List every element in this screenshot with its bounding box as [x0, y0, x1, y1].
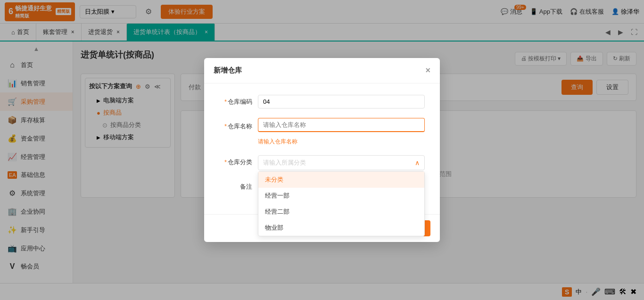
form-row-code: 仓库编码 [219, 95, 425, 108]
category-label: 仓库分类 [219, 155, 252, 167]
modal-close-btn[interactable]: × [425, 66, 430, 75]
note-label: 备注 [219, 180, 252, 191]
modal-header: 新增仓库 × [204, 58, 440, 83]
category-placeholder: 请输入所属分类 [263, 158, 306, 167]
modal-new-warehouse: 新增仓库 × 仓库编码 仓库名称 请输入仓库名称 仓库分类 [204, 58, 440, 242]
name-error-msg: 请输入仓库名称 [258, 138, 297, 145]
dropdown-item-2[interactable]: 经营二部 [258, 204, 424, 220]
dropdown-item-1[interactable]: 经营一部 [258, 188, 424, 204]
dropdown-item-3[interactable]: 物业部 [258, 220, 424, 236]
category-dropdown-trigger[interactable]: 请输入所属分类 ∧ [258, 155, 425, 170]
form-row-category: 仓库分类 请输入所属分类 ∧ 未分类 经营一部 经营二部 物业部 [219, 155, 425, 170]
form-row-name: 仓库名称 请输入仓库名称 [219, 118, 425, 146]
code-input[interactable] [258, 95, 425, 108]
name-label: 仓库名称 [219, 119, 252, 131]
modal-body: 仓库编码 仓库名称 请输入仓库名称 仓库分类 请输入所属分类 [204, 83, 440, 214]
category-dropdown-menu: 未分类 经营一部 经营二部 物业部 [258, 171, 425, 236]
code-label: 仓库编码 [219, 95, 252, 106]
category-wrapper: 请输入所属分类 ∧ 未分类 经营一部 经营二部 物业部 [258, 155, 425, 170]
chevron-up-icon: ∧ [415, 159, 420, 167]
dropdown-item-0[interactable]: 未分类 [258, 172, 424, 188]
name-input[interactable] [258, 118, 425, 132]
modal-overlay: 新增仓库 × 仓库编码 仓库名称 请输入仓库名称 仓库分类 [0, 0, 644, 300]
modal-title: 新增仓库 [214, 66, 242, 75]
